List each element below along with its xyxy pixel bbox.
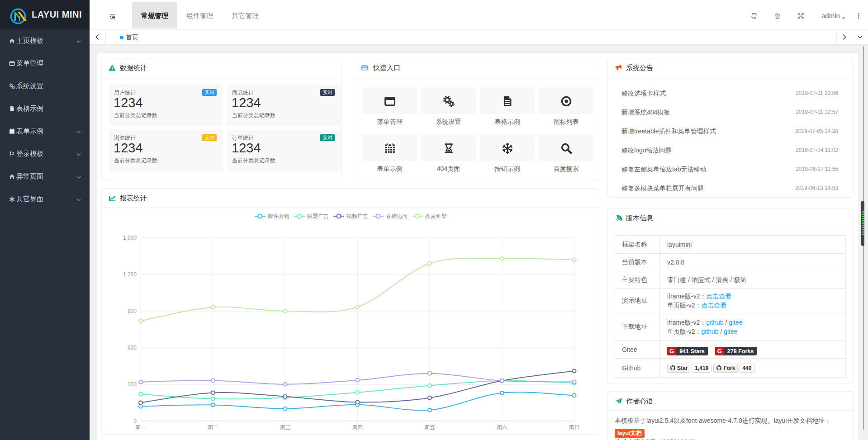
svg-text:0: 0: [133, 418, 137, 424]
svg-text:搜索引擎: 搜索引擎: [425, 213, 447, 219]
svg-text:邮件营销: 邮件营销: [268, 213, 289, 219]
svg-text:900: 900: [128, 308, 137, 314]
svg-text:周一: 周一: [135, 424, 146, 431]
svg-text:1,200: 1,200: [123, 271, 137, 278]
svg-text:周日: 周日: [569, 424, 580, 431]
svg-text:直接访问: 直接访问: [386, 213, 408, 219]
svg-text:300: 300: [128, 381, 137, 388]
svg-text:视频广告: 视频广告: [346, 213, 368, 219]
svg-text:1,500: 1,500: [123, 235, 137, 241]
svg-text:周三: 周三: [280, 424, 291, 431]
svg-text:周五: 周五: [424, 424, 435, 431]
svg-text:周四: 周四: [352, 424, 363, 431]
svg-text:周二: 周二: [208, 424, 218, 431]
svg-text:周六: 周六: [497, 424, 508, 431]
svg-text:联盟广告: 联盟广告: [307, 213, 329, 219]
svg-text:600: 600: [128, 345, 137, 351]
